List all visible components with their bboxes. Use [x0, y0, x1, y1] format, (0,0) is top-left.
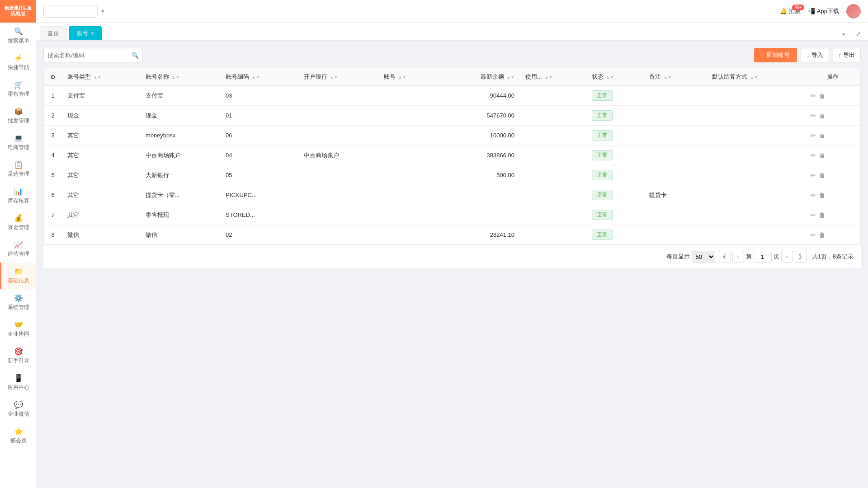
- topbar-right: 🔔 消息 99+ 📲 App下载: [780, 4, 861, 19]
- delete-button[interactable]: 🗑: [819, 192, 825, 199]
- th-settle[interactable]: 默认结算方式 ▲▼: [707, 68, 805, 86]
- cell-account: [378, 126, 441, 145]
- sidebar-item-operation[interactable]: 📈 经营管理: [0, 236, 36, 263]
- sidebar-item-agreement[interactable]: 🤝 企业协同: [0, 316, 36, 343]
- topbar-app-button[interactable]: 📲 App下载: [808, 7, 839, 15]
- edit-button[interactable]: ✏: [811, 231, 816, 239]
- sidebar-item-wholesale[interactable]: 📦 批发管理: [0, 103, 36, 129]
- delete-button[interactable]: 🗑: [819, 92, 825, 99]
- edit-button[interactable]: ✏: [811, 172, 816, 179]
- cell-settle: [707, 225, 805, 245]
- sidebar-item-shortcut[interactable]: ⚡ 快捷导航: [0, 49, 36, 76]
- delete-button[interactable]: 🗑: [819, 112, 825, 119]
- import-button[interactable]: ↓ 导入: [801, 48, 829, 62]
- cell-code: 03: [220, 86, 298, 106]
- delete-button[interactable]: 🗑: [819, 152, 825, 159]
- star-icon: ⭐: [14, 427, 23, 436]
- table-row: 3 其它 moneybosx 06 10000.00 正常 ✏ 🗑: [44, 126, 860, 145]
- sidebar-item-finance[interactable]: 💰 资金管理: [0, 209, 36, 236]
- delete-button[interactable]: 🗑: [819, 231, 825, 239]
- edit-button[interactable]: ✏: [811, 192, 816, 199]
- tab-home[interactable]: 首页: [40, 26, 67, 40]
- cell-settle: [707, 106, 805, 126]
- cell-settle: [707, 126, 805, 145]
- page-first-button[interactable]: ⟪: [719, 251, 731, 263]
- cell-type: 微信: [62, 225, 140, 245]
- th-name[interactable]: 账号名称 ▲▼: [140, 68, 220, 86]
- th-usage[interactable]: 使用... ▲▼: [520, 68, 586, 86]
- topbar-msg-button[interactable]: 🔔 消息 99+: [780, 7, 801, 15]
- sidebar-item-guide[interactable]: 🎯 新手引导: [0, 343, 36, 369]
- tab-close-button[interactable]: ×: [837, 28, 850, 40]
- page-content: 🔍 + 新增账号 ↓ 导入 ↑ 导出: [36, 41, 868, 488]
- delete-button[interactable]: 🗑: [819, 132, 825, 139]
- edit-button[interactable]: ✏: [811, 152, 816, 159]
- search-input[interactable]: [47, 52, 132, 59]
- topbar-search-input[interactable]: [43, 5, 98, 18]
- cell-bank: [298, 185, 378, 205]
- cell-balance: 28241.10: [441, 225, 520, 245]
- sort-arrows-status: ▲▼: [606, 75, 614, 80]
- th-type[interactable]: 账号类型 ▲▼: [62, 68, 140, 86]
- topbar-left: ▾: [43, 5, 104, 18]
- sidebar-item-inventory[interactable]: 📊 库存核算: [0, 183, 36, 209]
- sidebar-item-label: 系统管理: [8, 304, 29, 311]
- cell-balance: [441, 185, 520, 205]
- sidebar-item-label: 批发管理: [8, 117, 29, 125]
- sidebar-item-purchase[interactable]: 📋 采购管理: [0, 156, 36, 183]
- mobile-icon: 📱: [14, 374, 23, 382]
- sidebar-item-label: 企业协同: [8, 330, 29, 338]
- export-button[interactable]: ↑ 导出: [833, 48, 861, 62]
- sidebar-item-label: 基础信息: [8, 277, 29, 285]
- delete-button[interactable]: 🗑: [819, 211, 825, 219]
- th-remark[interactable]: 备注 ▲▼: [644, 68, 707, 86]
- cell-action: ✏ 🗑: [805, 126, 860, 145]
- app-icon: 📲: [808, 8, 815, 14]
- th-balance[interactable]: 最新余额 ▲▼: [441, 68, 520, 86]
- search-icon[interactable]: 🔍: [132, 52, 139, 59]
- cell-name: 大新银行: [140, 165, 220, 185]
- cell-code: 05: [220, 165, 298, 185]
- cell-balance: 10000.00: [441, 126, 520, 145]
- th-settings[interactable]: ⚙: [44, 68, 62, 86]
- sidebar-item-retail[interactable]: 🛒 零售管理: [0, 76, 36, 103]
- edit-button[interactable]: ✏: [811, 211, 816, 219]
- clipboard-icon: 📋: [14, 160, 23, 169]
- tab-account[interactable]: 账号 ×: [69, 26, 102, 40]
- edit-button[interactable]: ✏: [811, 132, 816, 139]
- page-last-button[interactable]: ⟫: [795, 251, 807, 263]
- sidebar-item-appcenter[interactable]: 📱 应用中心: [0, 369, 36, 396]
- sidebar-item-search[interactable]: 🔍 搜索菜单: [0, 23, 36, 49]
- sidebar-item-label: 经营管理: [8, 250, 29, 258]
- cell-usage: [520, 185, 586, 205]
- cell-type: 其它: [62, 126, 140, 145]
- tab-close-icon[interactable]: ×: [91, 30, 94, 37]
- tab-actions: × ⤢: [837, 28, 868, 40]
- sidebar-item-system[interactable]: ⚙️ 系统管理: [0, 289, 36, 316]
- cell-remark: [644, 165, 707, 185]
- edit-button[interactable]: ✏: [811, 112, 816, 119]
- th-status[interactable]: 状态 ▲▼: [586, 68, 644, 86]
- cell-action: ✏ 🗑: [805, 185, 860, 205]
- page-next-button[interactable]: ›: [781, 251, 793, 263]
- sidebar-item-vip[interactable]: ⭐ 畅会员: [0, 422, 36, 449]
- delete-button[interactable]: 🗑: [819, 172, 825, 179]
- sidebar-item-basic[interactable]: 📁 基础信息: [0, 263, 36, 289]
- cell-account: [378, 205, 441, 225]
- th-bank[interactable]: 开户银行 ▲▼: [298, 68, 378, 86]
- bell-icon: 🔔: [780, 8, 787, 14]
- edit-button[interactable]: ✏: [811, 92, 816, 99]
- th-account[interactable]: 账号 ▲▼: [378, 68, 441, 86]
- page-label: 第: [746, 253, 752, 261]
- topbar-dropdown-icon[interactable]: ▾: [101, 8, 104, 14]
- page-prev-button[interactable]: ‹: [732, 251, 744, 263]
- tab-expand-button[interactable]: ⤢: [852, 28, 864, 40]
- cell-no: 6: [44, 185, 62, 205]
- add-account-button[interactable]: + 新增账号: [754, 48, 797, 62]
- th-code[interactable]: 账号编码 ▲▼: [220, 68, 298, 86]
- page-size-select[interactable]: 50 20 100: [692, 251, 715, 263]
- sidebar-item-ecommerce[interactable]: 💻 电商管理: [0, 129, 36, 156]
- sidebar-item-corpwechat[interactable]: 💬 企业微信: [0, 396, 36, 422]
- page-input[interactable]: [754, 251, 772, 263]
- user-avatar[interactable]: [846, 4, 861, 19]
